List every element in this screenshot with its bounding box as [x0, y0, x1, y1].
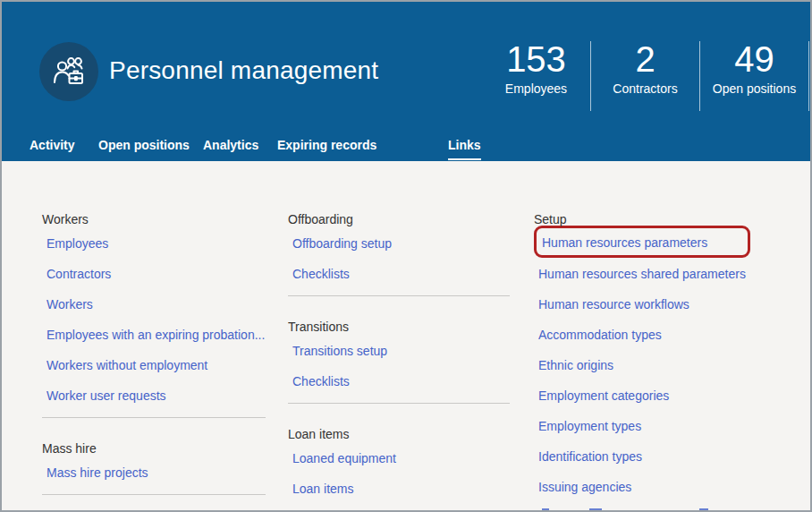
app-window: Personnel management 153 Employees 2 Con… — [0, 0, 812, 512]
workspace-avatar — [39, 42, 98, 101]
section-divider — [288, 403, 510, 404]
section-divider — [42, 494, 266, 495]
links-column-setup: SetupHuman resources parametersHuman res… — [534, 210, 756, 512]
links-column-offboarding: OffboardingOffboarding setupChecklistsTr… — [288, 210, 510, 510]
stat-contractors[interactable]: 2 Contractors — [591, 39, 699, 96]
link-human-resource-workflows[interactable]: Human resource workflows — [538, 295, 756, 313]
section-title-loan-items: Loan items — [288, 425, 510, 443]
link-employment-types[interactable]: Employment types — [538, 417, 756, 435]
stat-open-positions[interactable]: 49 Open positions — [700, 39, 808, 96]
people-briefcase-icon — [51, 55, 87, 88]
link-contractors[interactable]: Contractors — [47, 265, 266, 283]
link-workers[interactable]: Workers — [47, 295, 266, 313]
workspace-tabs: Activity Open positions Analytics Expiri… — [0, 137, 812, 161]
link-checklists[interactable]: Checklists — [292, 265, 510, 283]
link-loan-items[interactable]: Loan items — [292, 480, 510, 498]
stats-summary: 153 Employees 2 Contractors 49 Open posi… — [482, 39, 809, 111]
section-title-offboarding: Offboarding — [288, 210, 510, 228]
link-transitions-setup[interactable]: Transitions setup — [292, 342, 510, 360]
link-accommodation-types[interactable]: Accommodation types — [538, 326, 756, 344]
stat-contractors-value: 2 — [591, 39, 699, 79]
tab-open-positions[interactable]: Open positions — [98, 137, 190, 154]
link-human-resources-shared-parameters[interactable]: Human resources shared parameters — [538, 265, 756, 283]
clipped-link-fragment — [534, 508, 756, 512]
links-column-workers: WorkersEmployeesContractorsWorkersEmploy… — [42, 210, 266, 512]
section-divider — [288, 295, 510, 296]
link-employment-categories[interactable]: Employment categories — [538, 387, 756, 405]
link-offboarding-setup[interactable]: Offboarding setup — [292, 235, 510, 252]
section-divider — [42, 417, 266, 418]
tab-expiring-records[interactable]: Expiring records — [277, 137, 376, 154]
stat-employees-value: 153 — [482, 39, 590, 79]
link-checklists[interactable]: Checklists — [292, 372, 510, 390]
stat-open-positions-value: 49 — [700, 39, 808, 79]
tab-analytics[interactable]: Analytics — [203, 137, 258, 154]
link-worker-user-requests[interactable]: Worker user requests — [47, 387, 266, 405]
link-issuing-agencies[interactable]: Issuing agencies — [538, 478, 756, 496]
stat-employees[interactable]: 153 Employees — [482, 39, 590, 96]
link-workers-without-employment[interactable]: Workers without employment — [47, 356, 266, 374]
workspace-header: Personnel management 153 Employees 2 Con… — [0, 0, 812, 161]
tab-links[interactable]: Links — [448, 137, 481, 154]
link-employees-with-an-expiring-probation[interactable]: Employees with an expiring probation... — [47, 326, 266, 344]
section-title-mass-hire: Mass hire — [42, 439, 266, 457]
section-title-workers: Workers — [42, 210, 266, 228]
link-identification-types[interactable]: Identification types — [538, 448, 756, 465]
link-mass-hire-projects[interactable]: Mass hire projects — [47, 464, 266, 482]
tab-activity[interactable]: Activity — [30, 137, 75, 154]
stat-contractors-label: Contractors — [591, 81, 699, 96]
highlight-box: Human resources parameters — [534, 226, 750, 258]
page-title: Personnel management — [109, 56, 378, 85]
stat-employees-label: Employees — [482, 81, 590, 96]
link-human-resources-parameters[interactable]: Human resources parameters — [542, 234, 740, 252]
stat-open-positions-label: Open positions — [700, 81, 808, 96]
stat-divider — [808, 41, 809, 111]
link-employees[interactable]: Employees — [47, 235, 266, 252]
link-loaned-equipment[interactable]: Loaned equipment — [292, 449, 510, 467]
section-title-transitions: Transitions — [288, 318, 510, 336]
link-ethnic-origins[interactable]: Ethnic origins — [538, 356, 756, 374]
